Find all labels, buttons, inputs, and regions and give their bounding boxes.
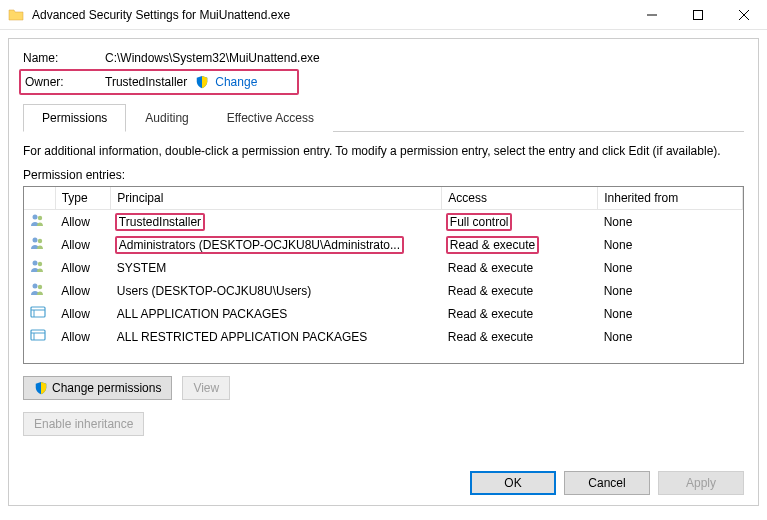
name-row: Name: C:\Windows\System32\MuiUnattend.ex… bbox=[23, 51, 744, 65]
cell-type: Allow bbox=[55, 233, 111, 256]
cell-type: Allow bbox=[55, 210, 111, 234]
col-principal-header[interactable]: Principal bbox=[111, 187, 442, 210]
cell-access: Read & execute bbox=[442, 325, 598, 348]
inheritance-row: Enable inheritance bbox=[23, 412, 744, 436]
name-label: Name: bbox=[23, 51, 105, 65]
close-button[interactable] bbox=[721, 0, 767, 30]
entries-label: Permission entries: bbox=[23, 168, 744, 182]
cell-principal: ALL APPLICATION PACKAGES bbox=[111, 302, 442, 325]
view-button[interactable]: View bbox=[182, 376, 230, 400]
cell-type: Allow bbox=[55, 302, 111, 325]
cell-inherited: None bbox=[598, 279, 743, 302]
svg-rect-1 bbox=[694, 10, 703, 19]
table-row[interactable]: AllowAdministrators (DESKTOP-OCJKU8U\Adm… bbox=[24, 233, 743, 256]
svg-point-8 bbox=[33, 261, 38, 266]
tab-permissions[interactable]: Permissions bbox=[23, 104, 126, 132]
svg-rect-15 bbox=[31, 330, 45, 340]
info-text: For additional information, double-click… bbox=[23, 144, 744, 158]
change-permissions-label: Change permissions bbox=[52, 381, 161, 395]
cell-principal: Users (DESKTOP-OCJKU8U\Users) bbox=[111, 279, 442, 302]
col-inherited-header[interactable]: Inherited from bbox=[598, 187, 743, 210]
change-owner-link[interactable]: Change bbox=[215, 75, 257, 89]
tab-effective-access[interactable]: Effective Access bbox=[208, 104, 333, 132]
cell-principal: ALL RESTRICTED APPLICATION PACKAGES bbox=[111, 325, 442, 348]
cell-access: Read & execute bbox=[442, 302, 598, 325]
svg-point-5 bbox=[38, 216, 42, 220]
cell-access: Read & execute bbox=[442, 233, 598, 256]
dialog-content: Name: C:\Windows\System32\MuiUnattend.ex… bbox=[8, 38, 759, 506]
shield-icon bbox=[34, 381, 48, 395]
owner-row: Owner: TrustedInstaller Change bbox=[19, 69, 299, 95]
cell-principal: SYSTEM bbox=[111, 256, 442, 279]
table-row[interactable]: AllowSYSTEMRead & executeNone bbox=[24, 256, 743, 279]
svg-point-10 bbox=[33, 284, 38, 289]
svg-rect-12 bbox=[31, 307, 45, 317]
change-permissions-button[interactable]: Change permissions bbox=[23, 376, 172, 400]
table-row[interactable]: AllowALL RESTRICTED APPLICATION PACKAGES… bbox=[24, 325, 743, 348]
apply-button[interactable]: Apply bbox=[658, 471, 744, 495]
col-access-header[interactable]: Access bbox=[442, 187, 598, 210]
name-value: C:\Windows\System32\MuiUnattend.exe bbox=[105, 51, 320, 65]
cell-inherited: None bbox=[598, 325, 743, 348]
permission-table[interactable]: Type Principal Access Inherited from All… bbox=[23, 186, 744, 364]
ok-button[interactable]: OK bbox=[470, 471, 556, 495]
cell-inherited: None bbox=[598, 256, 743, 279]
dialog-footer: OK Cancel Apply bbox=[470, 471, 744, 495]
minimize-button[interactable] bbox=[629, 0, 675, 30]
cell-principal: TrustedInstaller bbox=[111, 210, 442, 234]
cell-principal: Administrators (DESKTOP-OCJKU8U\Administ… bbox=[111, 233, 442, 256]
users-icon bbox=[30, 236, 46, 250]
titlebar: Advanced Security Settings for MuiUnatte… bbox=[0, 0, 767, 30]
cell-access: Read & execute bbox=[442, 279, 598, 302]
maximize-button[interactable] bbox=[675, 0, 721, 30]
package-icon bbox=[30, 305, 46, 319]
cell-access: Full control bbox=[442, 210, 598, 234]
users-icon bbox=[30, 282, 46, 296]
cell-type: Allow bbox=[55, 325, 111, 348]
button-row: Change permissions View bbox=[23, 376, 744, 400]
users-icon bbox=[30, 259, 46, 273]
window-title: Advanced Security Settings for MuiUnatte… bbox=[32, 8, 629, 22]
tab-auditing[interactable]: Auditing bbox=[126, 104, 207, 132]
cell-type: Allow bbox=[55, 279, 111, 302]
col-icon-header[interactable] bbox=[24, 187, 55, 210]
owner-label: Owner: bbox=[25, 75, 105, 89]
enable-inheritance-button[interactable]: Enable inheritance bbox=[23, 412, 144, 436]
svg-point-4 bbox=[33, 215, 38, 220]
svg-point-7 bbox=[38, 239, 42, 243]
shield-icon bbox=[195, 75, 209, 89]
folder-icon bbox=[8, 7, 24, 23]
owner-value: TrustedInstaller bbox=[105, 75, 187, 89]
cancel-button[interactable]: Cancel bbox=[564, 471, 650, 495]
tab-bar: Permissions Auditing Effective Access bbox=[23, 103, 744, 132]
users-icon bbox=[30, 213, 46, 227]
col-type-header[interactable]: Type bbox=[55, 187, 111, 210]
svg-point-9 bbox=[38, 262, 42, 266]
cell-access: Read & execute bbox=[442, 256, 598, 279]
cell-inherited: None bbox=[598, 302, 743, 325]
cell-inherited: None bbox=[598, 210, 743, 234]
package-icon bbox=[30, 328, 46, 342]
cell-type: Allow bbox=[55, 256, 111, 279]
table-row[interactable]: AllowALL APPLICATION PACKAGESRead & exec… bbox=[24, 302, 743, 325]
table-row[interactable]: AllowUsers (DESKTOP-OCJKU8U\Users)Read &… bbox=[24, 279, 743, 302]
svg-point-6 bbox=[33, 238, 38, 243]
table-row[interactable]: AllowTrustedInstallerFull controlNone bbox=[24, 210, 743, 234]
cell-inherited: None bbox=[598, 233, 743, 256]
svg-point-11 bbox=[38, 285, 42, 289]
